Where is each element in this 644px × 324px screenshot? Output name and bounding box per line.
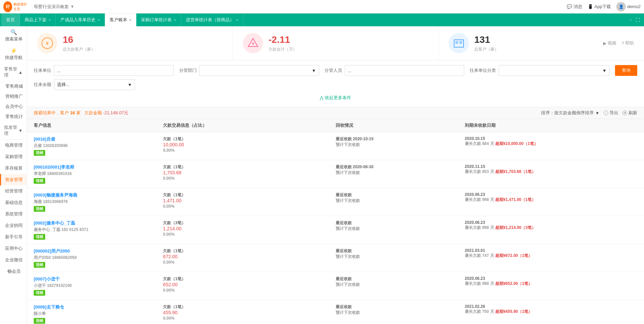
dept-select[interactable]: ▼ [199,65,319,76]
sidebar-item-wechat[interactable]: 企业微信 [0,254,27,266]
filter-balance: 往来余额 选择... ▼ [34,79,135,90]
next-collect: 预计下次收款 [336,198,465,204]
tab-goods-close-icon[interactable]: × [49,18,51,22]
tab-expand-icon[interactable]: ⛶ [636,18,640,23]
app-name: 畅捷通好生意 [13,2,30,11]
sidebar-item-appcenter[interactable]: 应用中心 [0,243,27,254]
sidebar-item-system[interactable]: 系统管理 [0,208,27,220]
tab-goods-stat[interactable]: 进货单统计表（按商品） × [181,13,243,26]
sidebar-item-search[interactable]: 🔍 搜索菜单 [0,26,27,45]
overdue-cell: 2020.06.23 最长欠款 998 天 超期¥1,471.00（1笔） [465,192,637,203]
balance-select[interactable]: 选择... ▼ [54,79,135,90]
sidebar-item-retail[interactable]: 零售管理 ▲ [0,63,27,81]
next-collect: 预计下次收款 [336,170,465,176]
total-customers-icon [449,33,469,53]
sort-selector[interactable]: 排序：按欠款金额倒序排序 ▼ [541,110,599,116]
refresh-label: 刷新 [628,110,637,116]
sidebar-item-vip[interactable]: 畅会员 [0,266,27,277]
sidebar-item-wholesale[interactable]: 批发管理 ▼ [0,122,27,140]
customer-info-cell: [0001020001]李老师 李老师 18600391516 现销 [34,164,163,184]
tab-customer-account[interactable]: 客户账本 × [105,13,136,26]
message-btn[interactable]: 💬 消息 [567,4,582,10]
overdue-detail-link[interactable]: 超期¥455.90（1笔） [495,309,532,314]
video-btn[interactable]: ▶ 视频 [603,40,616,46]
sidebar-item-purchase[interactable]: 采购管理 [0,151,27,163]
recovery-cell: 最近收款 预计下次收款 [336,276,465,288]
debt-info-cell: 欠款（1笔） 10,000.00 0.00% [163,136,335,153]
sidebar-quicknav-label: 快捷导航 [5,55,23,60]
sidebar-item-finance[interactable]: 资金管理 [0,174,27,185]
overdue-detail-link[interactable]: 超期¥10,000.00（1笔） [495,141,538,146]
refresh-btn[interactable]: ↺ 刷新 [622,110,637,116]
customer-name-link[interactable]: [0003]畅捷服务尹海燕 [34,192,163,198]
overdue-cell: 2020.11.15 最长欠款 853 天 超期¥1,703.68（1笔） [465,164,637,175]
app-download-btn[interactable]: 📱 App下载 [588,4,611,10]
customer-name-link[interactable]: [000002]用户2050 [34,248,163,254]
last-collect-date: 最近收款 [336,220,465,226]
col-header-debt: 欠款交易信息（占比） [163,122,335,128]
recovery-cell: 最近收款 2020-10-15 预计下次收款 [336,136,465,148]
overdue-detail-link[interactable]: 超期¥672.00（1笔） [495,253,532,258]
customer-info-cell: [0006]去下粮仓 陈小希 现销 [34,304,163,324]
customer-phone: 用户2050 18665062050 [34,255,163,261]
sidebar-item-member[interactable]: 会员中心 [0,101,27,112]
sidebar-item-basic[interactable]: 基础信息 [0,197,27,208]
sort-label: 排序：按欠款金额倒序排序 [541,110,594,116]
customer-name-link[interactable]: [0007]小迸干 [34,276,163,282]
tab-production-close-icon[interactable]: × [97,18,100,22]
sidebar-item-marketing[interactable]: 营销推广 [0,91,27,101]
help-btn[interactable]: ? 帮助 [622,40,634,46]
customer-name-link[interactable]: [0001020001]李老师 [34,164,163,170]
stat-debt-customers: ¥ 16 总欠款客户（家） [27,26,233,60]
svg-rect-5 [455,41,458,44]
table-body: [0016]吕俊 吕俊 13026203696 现销 欠款（1笔） 10,000… [27,132,644,324]
overdue-cell: 2020.10.15 最长欠款 884 天 超期¥10,000.00（1笔） [465,136,637,147]
debt-amount: 1,214.00 [163,226,335,231]
top-bar: 好 畅捷通好生意 母婴行业演示账套 ▼ 💬 消息 📱 App下载 👤 demo2 [0,0,644,13]
debt-count: 欠款（1笔） [163,276,335,282]
tab-production[interactable]: 产成品入库单历史 × [56,13,105,26]
debt-count: 欠款（1笔） [163,136,335,142]
tab-purchase-order-close-icon[interactable]: × [174,18,176,22]
sidebar-item-ecommerce[interactable]: 电商管理 [0,140,27,151]
sidebar-item-retail-stat[interactable]: 零售统计 [0,112,27,122]
sidebar-item-collab[interactable]: 企业协同 [0,220,27,231]
tab-customer-account-close-icon[interactable]: × [129,18,131,22]
tab-purchase-order[interactable]: 采购订单统计表 × [136,13,181,26]
collapse-more-btn[interactable]: ⋀ 收起更多条件 [34,93,637,102]
next-collect: 预计下次收款 [336,226,465,232]
sidebar-item-newbie[interactable]: 新手引导 [0,231,27,243]
sidebar-item-quicknav[interactable]: ⚡ 快捷导航 [0,45,27,63]
quicknav-icon: ⚡ [2,48,25,54]
coming-unit-label: 往来单位 [34,67,51,73]
tab-purchase-order-label: 采购订单统计表 [141,17,172,23]
customer-phone: 陈小希 [34,311,163,317]
collab-label: 企业协同 [5,223,23,228]
sidebar-item-inventory[interactable]: 库存核算 [0,163,27,174]
customer-name-link[interactable]: [0016]吕俊 [34,136,163,142]
sidebar-item-retail-mall[interactable]: 零售商城 [0,81,27,91]
sidebar-item-business[interactable]: 经营管理 [0,185,27,197]
last-collect-date: 最近收款 [336,276,465,282]
export-btn[interactable]: ↑ 导出 [604,110,618,116]
debt-ratio: 0.00% [163,148,335,153]
debt-total-value: -2.11 [269,34,297,45]
tab-minimize-icon[interactable]: － [628,17,633,23]
user-menu[interactable]: 👤 demo2 [616,2,641,11]
manager-input[interactable]: ... [345,65,465,76]
search-button[interactable]: 查询 [615,65,637,76]
overdue-detail-link[interactable]: 超期¥1,703.68（1笔） [495,169,536,174]
tab-home[interactable]: 首页 [1,13,20,26]
customer-name-link[interactable]: [0006]去下粮仓 [34,304,163,310]
coming-unit-input[interactable]: ... [54,65,174,76]
unit-class-select[interactable]: ▼ [499,65,610,76]
tab-goods-stat-close-icon[interactable]: × [236,18,238,22]
store-selector[interactable]: 母婴行业演示账套 ▼ [34,4,75,10]
overdue-detail-link[interactable]: 超期¥1,471.00（1笔） [495,197,536,202]
debt-info-cell: 欠款（1笔） 1,703.68 0.00% [163,164,335,181]
tab-goods[interactable]: 商品上下架 × [20,13,56,26]
debt-customers-value: 16 [63,34,95,45]
overdue-detail-link[interactable]: 超期¥1,214.00（3笔） [495,225,536,230]
overdue-detail-link[interactable]: 超期¥652.00（1笔） [495,281,532,286]
customer-name-link[interactable]: [0002]服务中心_丁磊 [34,220,163,226]
